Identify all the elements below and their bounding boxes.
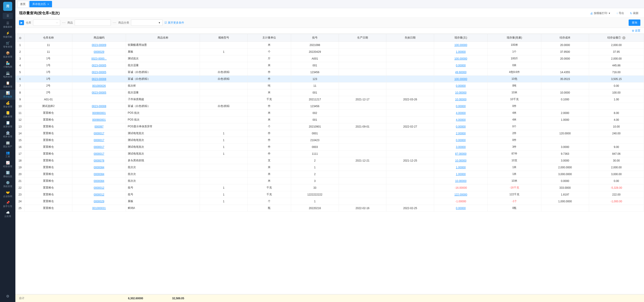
cell-qty-main-6[interactable]: 0.00000 bbox=[434, 82, 488, 89]
cell-code-14[interactable]: 0000017 bbox=[72, 137, 126, 144]
cell-qty-main-2[interactable]: 100.00000 bbox=[434, 55, 488, 62]
expand-more-button[interactable]: ☑ 展开更多条件 bbox=[164, 21, 184, 25]
sidebar-item-ops[interactable]: 📈 经营管理 bbox=[0, 160, 16, 170]
cell-qty-main-18[interactable]: 1.00000 bbox=[434, 164, 488, 171]
cell-code-17[interactable]: 0000078 bbox=[72, 157, 126, 164]
cell-spec-12 bbox=[200, 123, 248, 130]
sidebar-item-finance[interactable]: 💰 资金管理 bbox=[0, 100, 16, 110]
cell-qty-main-13[interactable]: 2.00000 bbox=[434, 130, 488, 137]
cell-code-2[interactable]: 0023-0000... bbox=[72, 55, 126, 62]
cell-warehouse-4: 1号 bbox=[25, 69, 72, 76]
search-button[interactable]: 查询 bbox=[628, 20, 640, 26]
cell-code-12[interactable]: 000097 bbox=[72, 123, 126, 130]
sidebar-item-inventory[interactable]: 📊 库存核算 bbox=[0, 90, 16, 100]
filter-expand-button[interactable]: ▶ bbox=[19, 20, 24, 25]
cell-qty-main-15[interactable]: 3.00000 bbox=[434, 144, 488, 150]
cell-code-22[interactable]: 0000012 bbox=[72, 191, 126, 198]
sidebar-item-batch[interactable]: 📦 批发管理 bbox=[0, 50, 16, 60]
sidebar-item-hr[interactable]: 👥 工资 bbox=[0, 149, 16, 160]
sidebar-item-general[interactable]: 📒 总账管理 bbox=[0, 110, 16, 120]
cell-qty-main-22[interactable]: 122.00000 bbox=[434, 191, 488, 198]
cell-spec-6 bbox=[200, 82, 248, 89]
print-button[interactable]: 🖨 按模板打印 ▼ bbox=[588, 11, 612, 16]
cell-code-16[interactable]: 0000017 bbox=[72, 150, 126, 157]
sidebar-item-invoice[interactable]: 🧾 发票管理 bbox=[0, 120, 16, 130]
cell-code-24[interactable]: 001000031 bbox=[72, 205, 126, 212]
tab-close-icon[interactable]: ✕ bbox=[47, 3, 49, 6]
tab-inventory-batch[interactable]: 库存批次匹 ✕ bbox=[30, 1, 52, 7]
cell-qty-main-11[interactable]: 4.00000 bbox=[434, 116, 488, 123]
settings-button[interactable]: ⚙ bbox=[0, 292, 16, 300]
cell-code-11[interactable]: 000900001 bbox=[72, 116, 126, 123]
cell-qty-main-21[interactable]: -16.00000 bbox=[434, 184, 488, 191]
tab-home[interactable]: 首页 bbox=[17, 1, 28, 7]
sidebar-item-basic[interactable]: ℹ️ 基础信息 bbox=[0, 170, 16, 180]
sidebar-search[interactable]: ☰ bbox=[3, 13, 13, 19]
export-label: 导出 bbox=[619, 11, 624, 15]
cell-code-15[interactable]: 0000017 bbox=[72, 144, 126, 150]
goods-select[interactable] bbox=[75, 20, 111, 26]
sidebar-item-cloud[interactable]: ☁️ 云应用 bbox=[0, 209, 16, 219]
cell-qty-main-24[interactable]: 0.00000 bbox=[434, 205, 488, 212]
cell-qty-main-14[interactable]: 0.00000 bbox=[434, 137, 488, 144]
cell-exp-date-10 bbox=[386, 110, 434, 116]
cell-qty-main-5[interactable]: 100.00000 bbox=[434, 76, 488, 82]
cell-code-7[interactable]: 0023-00005 bbox=[72, 89, 126, 96]
cell-qty-main-17[interactable]: 10.00000 bbox=[434, 157, 488, 164]
print-chevron-icon: ▼ bbox=[608, 12, 610, 15]
warehouse-select[interactable]: ··· bbox=[33, 20, 60, 26]
cell-code-19[interactable]: 0000084 bbox=[72, 171, 126, 178]
sidebar-item-system[interactable]: ⚙️ 系统管理 bbox=[0, 180, 16, 189]
cell-code-23[interactable]: 0000029 bbox=[72, 198, 126, 205]
sidebar-item-purchase[interactable]: 📋 采购管理 bbox=[0, 80, 16, 90]
cell-code-21[interactable]: 0000012 bbox=[72, 184, 126, 191]
cell-num-16: 17 bbox=[16, 150, 25, 157]
cell-code-20[interactable]: 0000084 bbox=[72, 178, 126, 184]
cell-name-13: 测试电笔批次 bbox=[126, 130, 200, 137]
sidebar-item-collab[interactable]: 🤝 企业协同 bbox=[0, 189, 16, 199]
cell-code-5[interactable]: 0023-00008 bbox=[72, 76, 126, 82]
cell-qty-main-20[interactable]: 10.00000 bbox=[434, 178, 488, 184]
sidebar-item-search-menu[interactable]: ☰ 搜索菜单 bbox=[0, 20, 16, 30]
settings-button-row[interactable]: ⚙ 设置 bbox=[632, 29, 640, 33]
cell-code-10[interactable]: 000900001 bbox=[72, 110, 126, 116]
sidebar-item-tax[interactable]: 🏦 税务管理 bbox=[0, 130, 16, 139]
sidebar-item-mini-shop[interactable]: 🏪 小额电商 bbox=[0, 60, 16, 70]
cell-num-22: 23 bbox=[16, 191, 25, 198]
cell-qty-main-10[interactable]: 4.00000 bbox=[434, 110, 488, 116]
search-icon: ☰ bbox=[6, 14, 9, 18]
sidebar-item-sales[interactable]: 🛒 零售管理 bbox=[0, 40, 16, 50]
cell-qty-main-7[interactable]: 10.00000 bbox=[434, 89, 488, 96]
cell-qty-main-19[interactable]: 1.00000 bbox=[434, 171, 488, 178]
cell-qty-main-1[interactable]: 1.00000 bbox=[434, 49, 488, 55]
cell-code-0[interactable]: 0023-00009 bbox=[72, 42, 126, 49]
cell-code-13[interactable]: 0000017 bbox=[72, 130, 126, 137]
sidebar-item-fixed-assets[interactable]: 🏢 固定资产 bbox=[0, 139, 16, 149]
cell-num-13: 14 bbox=[16, 130, 25, 137]
cell-spec-8 bbox=[200, 96, 248, 103]
cell-qty-main-0[interactable]: 100.00000 bbox=[434, 42, 488, 49]
cell-qty-main-3[interactable]: 0.00000 bbox=[434, 62, 488, 69]
sidebar-item-guide[interactable]: 📌 新手引导 bbox=[0, 199, 16, 209]
cell-code-4[interactable]: 0023-00005 bbox=[72, 69, 126, 76]
cell-code-9[interactable]: 0023-00008 bbox=[72, 103, 126, 110]
cell-qty-main-4[interactable]: 49.60000 bbox=[434, 69, 488, 76]
refresh-button[interactable]: ↻ 刷新 bbox=[628, 11, 640, 16]
cell-qty-main-8[interactable]: 10.00000 bbox=[434, 96, 488, 103]
sidebar-item-quick-nav[interactable]: ⚡ 快捷导航 bbox=[0, 30, 16, 40]
cell-code-3[interactable]: 0023-00005 bbox=[72, 62, 126, 69]
select-all-icon[interactable]: ◎ bbox=[19, 36, 21, 39]
cell-qty-main-9[interactable]: 0.00000 bbox=[434, 103, 488, 110]
cell-name-12: POS显示单保质异常 bbox=[126, 123, 200, 130]
goods-category-select[interactable]: ▼ bbox=[131, 20, 163, 26]
sidebar-item-ecommerce[interactable]: 💻 电商管理 bbox=[0, 70, 16, 80]
cell-code-6[interactable]: 001000026 bbox=[72, 82, 126, 89]
cell-code-1[interactable]: 0000029 bbox=[72, 49, 126, 55]
cell-code-18[interactable]: 0000084 bbox=[72, 164, 126, 171]
cell-qty-main-23[interactable]: -1.00000 bbox=[434, 198, 488, 205]
cell-qty-main-12[interactable]: 0.00000 bbox=[434, 123, 488, 130]
cell-qty-main-16[interactable]: 87.00000 bbox=[434, 150, 488, 157]
export-button[interactable]: ↑ 导出 bbox=[614, 11, 626, 16]
total-value-info-icon[interactable]: i bbox=[622, 36, 626, 39]
cell-code-8[interactable] bbox=[72, 96, 126, 103]
